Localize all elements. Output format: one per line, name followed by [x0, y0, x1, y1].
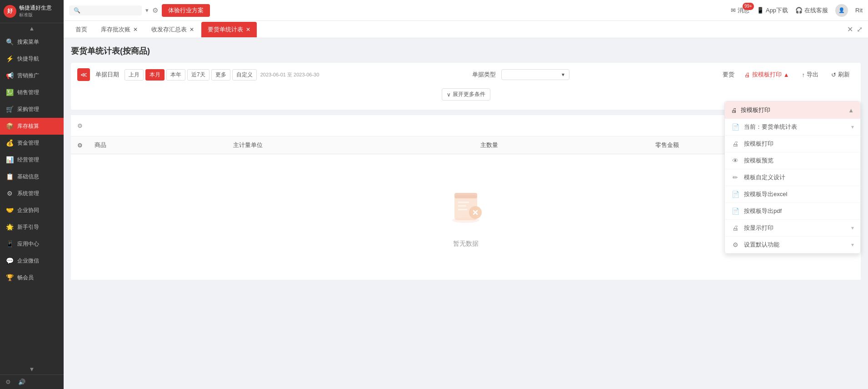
- doc-type-select[interactable]: ▾: [501, 69, 569, 80]
- refresh-label: 刷新: [838, 71, 850, 79]
- tab-close-inventory-batch[interactable]: ✕: [133, 26, 138, 33]
- page-content: 要货单统计表(按商品) ≪ 单据日期 上月 本月 本年 近7天 更多 自定义 2…: [64, 38, 868, 389]
- tab-receivable-summary[interactable]: 收发存汇总表 ✕: [145, 22, 200, 37]
- sidebar-item-finance[interactable]: 💰 资金管理: [0, 135, 64, 152]
- sidebar-item-search[interactable]: 🔍 搜索菜单: [0, 34, 64, 51]
- printer-header-icon: 🖨: [731, 107, 737, 114]
- sidebar-item-sales[interactable]: 💹 销售管理: [0, 84, 64, 101]
- topbar-dropdown-icon[interactable]: ▾: [145, 7, 149, 14]
- set-default-item[interactable]: ⚙ 设置默认功能 ▾: [725, 237, 860, 253]
- print-template-btn[interactable]: 🖨 按模板打印 ▲: [740, 68, 794, 81]
- tabs-bar: 首页 库存批次账 ✕ 收发存汇总表 ✕ 要货单统计表 ✕ ✕ ⤢: [64, 21, 868, 38]
- svg-rect-7: [458, 205, 466, 207]
- sidebar-scroll-up[interactable]: ▲: [0, 23, 64, 34]
- gear-icon[interactable]: ⚙: [152, 6, 158, 15]
- app-download-label: App下载: [766, 6, 788, 15]
- sidebar-scroll-down[interactable]: ▼: [0, 364, 64, 374]
- sidebar-item-vip[interactable]: 🏆 畅会员: [0, 269, 64, 286]
- topbar-search[interactable]: 🔍: [69, 5, 142, 15]
- refresh-btn[interactable]: ↺ 刷新: [827, 68, 854, 81]
- window-controls: ✕ ⤢: [847, 25, 863, 34]
- chevron-right-2-icon: ▾: [851, 225, 854, 231]
- svg-rect-2: [454, 193, 477, 198]
- online-service-btn[interactable]: 🎧 在线客服: [795, 6, 828, 15]
- sidebar-item-label: 快捷导航: [17, 55, 39, 63]
- sidebar-item-label: 企业协同: [17, 207, 39, 214]
- chevron-right-icon: ▾: [851, 124, 854, 130]
- col-product: 商品: [89, 136, 228, 154]
- req-type-label: 要货: [723, 71, 734, 79]
- app-logo-icon: 好: [4, 5, 16, 18]
- page-title: 要货单统计表(按商品): [71, 45, 861, 56]
- tab-close-order-stats[interactable]: ✕: [246, 26, 250, 33]
- date-btn-current-month[interactable]: 本月: [145, 69, 165, 81]
- template-print-item[interactable]: 🖨 按模板打印: [725, 136, 860, 152]
- sidebar-item-guide[interactable]: 🌟 新手引导: [0, 219, 64, 236]
- sidebar-item-app-center[interactable]: 📱 应用中心: [0, 236, 64, 253]
- tab-inventory-batch[interactable]: 库存批次账 ✕: [95, 22, 144, 37]
- print-current-item[interactable]: 📄 当前：要货单统计表 ▾: [725, 119, 860, 136]
- message-btn[interactable]: ✉ 消息 99+: [731, 6, 749, 15]
- expand-icon: ∨: [447, 91, 451, 98]
- col-quantity: 主数量: [475, 136, 650, 154]
- tab-close-receivable[interactable]: ✕: [190, 26, 194, 33]
- export-btn[interactable]: ↑ 导出: [798, 68, 823, 81]
- app-download-btn[interactable]: 📱 App下载: [757, 6, 788, 15]
- settings-col-icon[interactable]: ⚙: [77, 122, 83, 129]
- template-custom-item[interactable]: ✏ 模板自定义设计: [725, 169, 860, 186]
- inventory-icon: 📦: [5, 122, 14, 130]
- sidebar-item-system[interactable]: ⚙ 系统管理: [0, 185, 64, 202]
- printer-icon: 🖨: [744, 71, 750, 78]
- marketing-icon: 📢: [5, 72, 14, 79]
- template-preview-item[interactable]: 👁 按模板预览: [725, 152, 860, 169]
- sidebar-item-operations[interactable]: 📊 经营管理: [0, 152, 64, 168]
- tab-home[interactable]: 首页: [69, 22, 94, 37]
- sidebar-item-marketing[interactable]: 📢 营销推广: [0, 67, 64, 84]
- dropdown-collapse-icon[interactable]: ▲: [848, 107, 854, 114]
- expand-window-icon[interactable]: ⤢: [857, 25, 863, 34]
- date-btn-last-month[interactable]: 上月: [125, 69, 144, 81]
- settings-bottom-icon[interactable]: ⚙: [5, 379, 11, 385]
- tab-order-stats[interactable]: 要货单统计表 ✕: [201, 22, 257, 37]
- date-buttons: 上月 本月 本年 近7天 更多 自定义 2023-06-01 至 2023-06…: [125, 69, 319, 81]
- trial-button[interactable]: 体验行业方案: [162, 4, 210, 17]
- date-btn-current-year[interactable]: 本年: [166, 69, 185, 81]
- sidebar-item-wechat[interactable]: 💬 企业微信: [0, 253, 64, 269]
- eye-icon: 👁: [731, 157, 739, 164]
- sidebar-item-purchase[interactable]: 🛒 采购管理: [0, 101, 64, 118]
- basics-icon: 📋: [5, 173, 14, 180]
- template-preview-label: 按模板预览: [744, 157, 773, 165]
- sidebar-item-label: 经营管理: [17, 156, 39, 164]
- sidebar-item-basics[interactable]: 📋 基础信息: [0, 168, 64, 185]
- chevron-down-icon: ▾: [562, 71, 564, 78]
- template-export-excel-item[interactable]: 📄 按模板导出excel: [725, 186, 860, 203]
- current-template-label: 当前：要货单统计表: [744, 123, 797, 131]
- template-custom-label: 模板自定义设计: [744, 173, 785, 182]
- set-default-label: 设置默认功能: [744, 241, 779, 249]
- expand-more-btn[interactable]: ∨ 展开更多条件: [442, 88, 490, 101]
- chevron-up-icon: ▲: [783, 71, 789, 78]
- sidebar-item-enterprise[interactable]: 🤝 企业协同: [0, 202, 64, 219]
- mobile-icon: 📱: [757, 7, 764, 14]
- tab-label: 收发存汇总表: [151, 25, 187, 34]
- app-center-icon: 📱: [5, 240, 14, 248]
- message-icon: ✉: [731, 7, 736, 14]
- col-settings[interactable]: ⚙: [71, 136, 89, 154]
- empty-text: 暂无数据: [453, 240, 479, 248]
- empty-icon: [445, 186, 486, 233]
- speaker-icon[interactable]: 🔊: [18, 379, 25, 385]
- date-btn-more[interactable]: 更多: [211, 69, 230, 81]
- template-export-pdf-item[interactable]: 📄 按模板导出pdf: [725, 203, 860, 220]
- user-avatar[interactable]: 👤: [835, 4, 848, 17]
- sidebar-item-label: 营销推广: [17, 72, 39, 80]
- tab-label: 要货单统计表: [208, 25, 243, 34]
- display-print-item[interactable]: 🖨 按显示打印 ▾: [725, 220, 860, 237]
- close-window-icon[interactable]: ✕: [847, 25, 853, 34]
- date-btn-custom[interactable]: 自定义: [232, 69, 257, 81]
- search-icon: 🔍: [5, 38, 14, 45]
- date-btn-last-7[interactable]: 近7天: [187, 69, 210, 81]
- filter-toggle-button[interactable]: ≪: [77, 68, 90, 81]
- sidebar-item-quick-nav[interactable]: ⚡ 快捷导航: [0, 51, 64, 67]
- sidebar-item-inventory[interactable]: 📦 库存核算: [0, 118, 64, 135]
- guide-icon: 🌟: [5, 223, 14, 231]
